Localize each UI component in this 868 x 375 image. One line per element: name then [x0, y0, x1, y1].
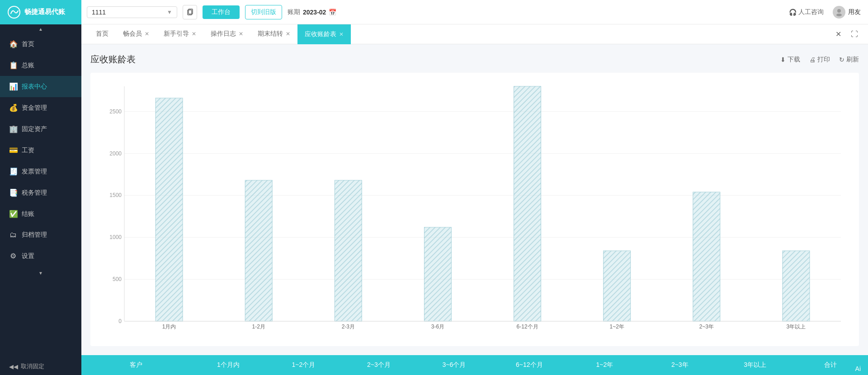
tab-log-close[interactable]: ✕: [239, 31, 243, 37]
top-bar: 畅捷通易代账 1111 ▼ 工作台 切到旧版 账期 2023-02 📅 🎧 人工…: [0, 0, 868, 24]
home-icon: 🏠: [9, 40, 17, 48]
copy-icon: [186, 9, 193, 16]
tab-guide-close[interactable]: ✕: [192, 31, 196, 37]
sidebar-label-assets: 固定资产: [22, 125, 47, 133]
tab-yearend-label: 期末结转: [258, 30, 283, 38]
tab-home[interactable]: 首页: [89, 24, 116, 44]
avatar: [833, 6, 845, 19]
page-content: 应收账龄表 ⬇ 下载 🖨 打印 ↻ 刷新: [81, 44, 868, 355]
ledger-icon: 📋: [9, 61, 17, 70]
download-label: 下载: [788, 56, 800, 64]
svg-point-0: [8, 6, 20, 18]
sidebar-item-assets[interactable]: 🏢 固定资产: [0, 118, 81, 140]
sidebar-item-checkout[interactable]: ✅ 结账: [0, 203, 81, 225]
sidebar-scroll-down[interactable]: ▼: [0, 268, 81, 277]
svg-rect-27: [335, 180, 362, 321]
main-layout: ▲ 🏠 首页 📋 总账 📊 报表中心 💰 资金管理 🏢 固定资产 💳 工资 🧾 …: [0, 24, 868, 375]
tab-home-label: 首页: [96, 30, 108, 38]
consult-button[interactable]: 🎧 人工咨询: [789, 8, 824, 16]
table-header-8: 3年以上: [717, 361, 793, 369]
table-header-bar: 客户1个月内1~2个月2~3个月3~6个月6~12个月1~2年2~3年3年以上合…: [81, 355, 868, 375]
tax-icon: 📑: [9, 188, 17, 197]
tab-yearend[interactable]: 期末结转 ✕: [250, 24, 297, 44]
tab-actions: ✕ ⛶: [832, 28, 861, 41]
svg-text:500: 500: [113, 276, 122, 282]
sidebar-item-report[interactable]: 📊 报表中心: [0, 76, 81, 97]
table-header-2: 1~2个月: [266, 361, 341, 369]
sidebar-item-archive[interactable]: 🗂 归档管理: [0, 225, 81, 245]
download-icon: ⬇: [780, 56, 786, 63]
sidebar-item-ledger[interactable]: 📋 总账: [0, 55, 81, 76]
svg-text:2~3年: 2~3年: [699, 323, 714, 330]
company-name: 1111: [92, 9, 164, 16]
download-button[interactable]: ⬇ 下载: [780, 56, 800, 64]
switch-version-button[interactable]: 切到旧版: [245, 5, 282, 19]
archive-icon: 🗂: [9, 231, 17, 239]
unpin-label: 取消固定: [21, 362, 44, 370]
top-right-area: 🎧 人工咨询 用友: [789, 6, 861, 19]
content-area: 首页 畅会员 ✕ 新手引导 ✕ 操作日志 ✕ 期末结转 ✕ 应收账龄表 ✕: [81, 24, 868, 375]
table-header-7: 2~3年: [642, 361, 717, 369]
table-header-3: 2~3个月: [341, 361, 416, 369]
user-area[interactable]: 用友: [833, 6, 861, 19]
tab-member-close[interactable]: ✕: [145, 31, 149, 37]
sidebar-unpin-button[interactable]: ◀◀ 取消固定: [0, 358, 81, 375]
svg-text:2000: 2000: [109, 150, 122, 157]
sidebar: ▲ 🏠 首页 📋 总账 📊 报表中心 💰 资金管理 🏢 固定资产 💳 工资 🧾 …: [0, 24, 81, 375]
expand-button[interactable]: ⛶: [848, 28, 861, 41]
period-area: 账期 2023-02 📅: [288, 8, 336, 16]
table-header-1: 1个月内: [191, 361, 266, 369]
consult-label: 人工咨询: [798, 8, 824, 16]
close-all-button[interactable]: ✕: [832, 28, 844, 41]
svg-rect-31: [424, 227, 451, 321]
svg-rect-19: [156, 98, 183, 321]
table-header-6: 1~2年: [567, 361, 642, 369]
sidebar-item-home[interactable]: 🏠 首页: [0, 33, 81, 55]
logo-icon: [7, 5, 21, 19]
sidebar-label-finance: 资金管理: [22, 104, 47, 112]
chart-container: 05001000150020002500 1月内 1-2月 2-3月 3-6月 …: [90, 73, 859, 346]
sidebar-label-invoice: 发票管理: [22, 168, 47, 176]
svg-point-3: [837, 9, 841, 13]
sidebar-scroll-up[interactable]: ▲: [0, 24, 81, 33]
refresh-button[interactable]: ↻ 刷新: [839, 56, 859, 64]
tab-log[interactable]: 操作日志 ✕: [203, 24, 250, 44]
print-button[interactable]: 🖨 打印: [809, 56, 830, 64]
tab-aging-label: 应收账龄表: [305, 30, 336, 38]
tab-yearend-close[interactable]: ✕: [286, 31, 290, 37]
svg-rect-39: [604, 251, 631, 321]
sidebar-item-settings[interactable]: ⚙ 设置: [0, 245, 81, 267]
page-title: 应收账龄表: [90, 53, 136, 66]
sidebar-item-invoice[interactable]: 🧾 发票管理: [0, 161, 81, 182]
page-actions: ⬇ 下载 🖨 打印 ↻ 刷新: [780, 56, 859, 64]
company-selector[interactable]: 1111 ▼: [87, 6, 177, 18]
tab-aging-close[interactable]: ✕: [339, 31, 344, 38]
period-label: 账期: [288, 8, 300, 16]
sidebar-label-tax: 税务管理: [22, 189, 47, 197]
calendar-icon[interactable]: 📅: [329, 9, 336, 16]
svg-text:0: 0: [118, 318, 122, 324]
sidebar-item-salary[interactable]: 💳 工资: [0, 140, 81, 161]
sidebar-item-tax[interactable]: 📑 税务管理: [0, 182, 81, 203]
refresh-icon: ↻: [839, 56, 844, 63]
tab-member[interactable]: 畅会员 ✕: [116, 24, 156, 44]
print-icon: 🖨: [809, 56, 816, 63]
copy-button[interactable]: [183, 5, 197, 19]
svg-rect-43: [693, 192, 720, 321]
sidebar-item-finance[interactable]: 💰 资金管理: [0, 97, 81, 118]
workbench-button[interactable]: 工作台: [203, 5, 240, 19]
assets-icon: 🏢: [9, 125, 17, 133]
sidebar-label-salary: 工资: [22, 146, 34, 155]
tab-guide[interactable]: 新手引导 ✕: [156, 24, 203, 44]
sidebar-label-home: 首页: [22, 40, 34, 48]
svg-text:1~2年: 1~2年: [610, 323, 624, 330]
svg-rect-47: [783, 251, 810, 321]
ai-button[interactable]: Ai: [848, 362, 868, 375]
tab-aging[interactable]: 应收账龄表 ✕: [297, 24, 351, 44]
svg-text:1000: 1000: [109, 234, 122, 240]
sidebar-label-checkout: 结账: [22, 210, 34, 218]
period-value: 2023-02: [303, 9, 326, 16]
tab-log-label: 操作日志: [211, 30, 236, 38]
svg-text:1月内: 1月内: [162, 323, 176, 330]
svg-rect-35: [514, 86, 541, 321]
